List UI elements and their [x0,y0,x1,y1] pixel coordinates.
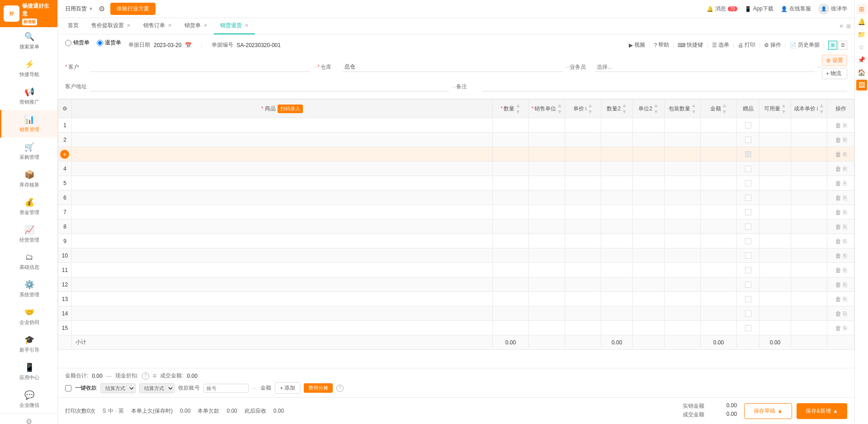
cost-cell[interactable] [791,133,827,147]
address-dots[interactable]: ··· [452,84,456,90]
history-btn[interactable]: 📄 历史单据 [790,41,820,49]
tab-close-all-icon[interactable]: ✕ [839,23,844,29]
right-panel-file-icon[interactable]: 📁 [856,29,867,40]
amount-cell[interactable] [701,118,737,133]
experience-button[interactable]: 体验行业方案 [110,3,156,15]
sidebar-item-system[interactable]: ⚙️ 系统管理 [0,275,57,303]
gift-checkbox[interactable] [745,252,751,259]
copy-row-icon[interactable]: ⎘ [843,151,847,158]
copy-row-icon[interactable]: ⎘ [843,122,847,129]
warehouse-input[interactable] [343,62,562,72]
unit2-cell[interactable] [633,118,665,133]
sidebar-item-operation[interactable]: 📈 经营管理 [0,220,57,248]
delete-row-icon[interactable]: 🗑 [835,281,841,288]
copy-row-icon[interactable]: ⎘ [843,238,847,245]
copy-row-icon[interactable]: ⎘ [843,295,847,303]
delete-row-icon[interactable]: 🗑 [835,180,841,187]
tab-expand-icon[interactable]: ⊞ [846,23,851,29]
pack-cell[interactable] [665,133,701,147]
delete-row-icon[interactable]: 🗑 [835,122,841,129]
gift-checkbox[interactable] [745,122,751,129]
right-panel-image-icon[interactable]: 🖼 [856,80,867,91]
copy-row-icon[interactable]: ⎘ [843,281,847,288]
product-input-active[interactable] [74,151,491,157]
sidebar-item-inventory[interactable]: 📦 库存核算 [0,165,57,193]
gift-checkbox-active[interactable] [745,151,751,157]
avail-cell[interactable] [760,118,791,133]
right-panel-pin-icon[interactable]: 📌 [856,54,867,65]
unit2-cell-active[interactable] [633,147,665,162]
select-bill-btn[interactable]: ☰ 选单 [712,41,729,49]
app-download-item[interactable]: 📱 App下载 [745,5,774,13]
amount-cell[interactable] [701,133,737,147]
price-cell[interactable] [565,133,601,147]
delete-row-icon[interactable]: 🗑 [835,194,841,201]
cash-discount-info-icon[interactable]: ? [142,372,149,380]
gift-checkbox[interactable] [745,180,751,186]
calculation-method-select[interactable]: 结算方式 [139,383,175,393]
unit2-cell[interactable] [633,133,665,147]
shortcut-btn[interactable]: ⌨ 快捷键 [678,41,703,49]
cost-cell-active[interactable] [791,147,827,162]
tab-sales-return-close[interactable]: ✕ [245,23,249,29]
price-cell[interactable] [565,118,601,133]
price-cell-active[interactable] [565,147,601,162]
notification-item[interactable]: 🔔 消息 70 [707,5,737,13]
account-dots[interactable]: ··· [252,385,257,391]
gift-checkbox[interactable] [745,195,751,201]
gift-checkbox[interactable] [745,310,751,317]
save-new-button[interactable]: 保存&新增 ▲ [797,403,847,419]
product-cell-active[interactable] [72,147,493,162]
logistics-button[interactable]: + 物流 [822,68,847,79]
gift-checkbox[interactable] [745,209,751,215]
sidebar-bottom-settings[interactable]: ⚙ [0,414,57,424]
copy-row-icon[interactable]: ⎘ [843,180,847,187]
sidebar-item-sales-mgmt[interactable]: 📊 销售管理 [0,110,57,138]
print-btn[interactable]: 🖨 打印 [738,41,755,49]
qty2-cell[interactable] [601,118,633,133]
one-click-pay-checkbox[interactable] [65,385,71,391]
help-btn[interactable]: ? 帮助 [654,41,670,49]
add-row-button[interactable]: + [60,150,69,159]
table-wrapper[interactable]: ⚙ * 商品 扫码录入 [58,99,854,368]
settings-button[interactable]: ⚙ 设置 [822,55,847,66]
pack-cell[interactable] [665,118,701,133]
sidebar-item-app-center[interactable]: 📱 应用中心 [0,358,57,386]
add-payment-button[interactable]: + 添加 [275,382,300,394]
delete-row-icon[interactable]: 🗑 [835,136,841,143]
gift-checkbox[interactable] [745,281,751,288]
scan-button[interactable]: 扫码录入 [278,105,303,113]
remark-input[interactable] [481,82,847,91]
settings-gear-icon[interactable]: ⚙ [99,5,105,13]
staff-dots[interactable]: ··· [817,64,822,70]
gift-cell[interactable] [737,133,760,147]
copy-row-icon[interactable]: ⎘ [843,209,847,216]
radio-return-input[interactable] [97,40,103,46]
delete-row-icon[interactable]: 🗑 [835,151,841,158]
avail-cell-active[interactable] [760,147,791,162]
online-service-item[interactable]: 👤 在线客服 [781,5,811,13]
tab-sales[interactable]: 销货单 ✕ [178,18,214,34]
tab-sales-order[interactable]: 销售订单 ✕ [137,18,178,34]
right-panel-bell-icon[interactable]: 🔔 [856,16,867,27]
product-cell[interactable] [72,118,493,133]
save-draft-dropdown-icon[interactable]: ▲ [777,408,783,414]
gift-checkbox[interactable] [745,267,751,273]
right-panel-home-icon[interactable]: 🏠 [856,67,867,78]
cost-cell[interactable] [791,118,827,133]
qty-cell-active[interactable] [493,147,529,162]
tab-sales-close[interactable]: ✕ [203,23,208,29]
unit-cell[interactable] [529,133,565,147]
fee-split-button[interactable]: 费用分摊 [304,383,333,393]
calendar-icon[interactable]: 📅 [185,42,192,48]
sidebar-item-shortcut[interactable]: ⚡ 快捷导航 [0,55,57,82]
radio-sales[interactable]: 销货单 [65,39,90,47]
address-input[interactable] [90,82,449,91]
tab-price-settings-close[interactable]: ✕ [127,23,131,29]
price-info-icon[interactable]: ℹ [585,106,587,112]
fee-split-help-icon[interactable]: ? [336,385,344,392]
tab-sales-order-close[interactable]: ✕ [168,23,172,29]
tab-price-settings[interactable]: 售价提取设置 ✕ [85,18,137,34]
sidebar-item-marketing[interactable]: 📢 营销推广 [0,82,57,110]
gift-checkbox[interactable] [745,166,751,172]
